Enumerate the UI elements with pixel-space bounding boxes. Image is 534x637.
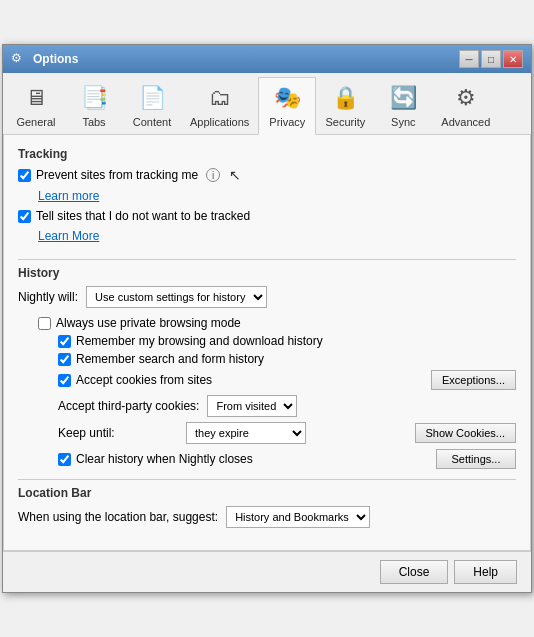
- info-icon[interactable]: i: [206, 168, 220, 182]
- accept-cookies-row: Accept cookies from sites Exceptions...: [58, 370, 516, 390]
- keep-until-dropdown[interactable]: they expire I close Firefox ask me every…: [186, 422, 306, 444]
- tab-content-label: Content: [133, 116, 172, 128]
- divider-1: [18, 259, 516, 260]
- tab-general[interactable]: 🖥 General: [7, 77, 65, 135]
- accept-cookies-checkbox[interactable]: [58, 374, 71, 387]
- history-title: History: [18, 266, 516, 280]
- title-bar: ⚙ Options ─ □ ✕: [3, 45, 531, 73]
- remember-search-label: Remember search and form history: [76, 352, 264, 366]
- suggest-dropdown[interactable]: History and Bookmarks History Bookmarks …: [226, 506, 370, 528]
- remember-browsing-label: Remember my browsing and download histor…: [76, 334, 323, 348]
- show-cookies-button[interactable]: Show Cookies...: [415, 423, 516, 443]
- prevent-tracking-label: Prevent sites from tracking me: [36, 168, 198, 182]
- keep-until-label: Keep until:: [58, 426, 178, 440]
- location-bar-title: Location Bar: [18, 486, 516, 500]
- remember-search-checkbox[interactable]: [58, 353, 71, 366]
- history-section: History Nightly will: Use custom setting…: [18, 266, 516, 469]
- tab-tabs[interactable]: 📑 Tabs: [65, 77, 123, 135]
- content-icon: 📄: [136, 82, 168, 114]
- tab-applications[interactable]: 🗂 Applications: [181, 77, 258, 135]
- window-icon: ⚙: [11, 51, 27, 67]
- tell-sites-label: Tell sites that I do not want to be trac…: [36, 209, 250, 223]
- third-party-inner: Accept third-party cookies: From visited…: [58, 395, 297, 417]
- tab-tabs-label: Tabs: [82, 116, 105, 128]
- suggest-label: When using the location bar, suggest:: [18, 510, 218, 524]
- nightly-will-label: Nightly will:: [18, 290, 78, 304]
- tab-advanced-label: Advanced: [441, 116, 490, 128]
- remember-search-row: Remember search and form history: [58, 352, 516, 366]
- accept-cookies-left: Accept cookies from sites: [58, 373, 212, 387]
- cursor-indicator: ↖: [229, 167, 241, 183]
- tab-general-label: General: [16, 116, 55, 128]
- private-browsing-row: Always use private browsing mode: [38, 316, 516, 330]
- divider-2: [18, 479, 516, 480]
- history-dropdown[interactable]: Use custom settings for history Remember…: [86, 286, 267, 308]
- keep-until-row: Keep until: they expire I close Firefox …: [18, 422, 516, 444]
- help-button[interactable]: Help: [454, 560, 517, 584]
- third-party-row: Accept third-party cookies: From visited…: [18, 395, 516, 417]
- tab-security-label: Security: [325, 116, 365, 128]
- tracking-title: Tracking: [18, 147, 516, 161]
- tell-sites-row: Tell sites that I do not want to be trac…: [18, 209, 516, 223]
- toolbar: 🖥 General 📑 Tabs 📄 Content 🗂 Application…: [3, 73, 531, 135]
- tab-sync-label: Sync: [391, 116, 415, 128]
- tab-advanced[interactable]: ⚙ Advanced: [432, 77, 499, 135]
- prevent-tracking-checkbox[interactable]: [18, 169, 31, 182]
- applications-icon: 🗂: [204, 82, 236, 114]
- general-icon: 🖥: [20, 82, 52, 114]
- third-party-label: Accept third-party cookies:: [58, 399, 199, 413]
- privacy-icon: 🎭: [271, 82, 303, 114]
- exceptions-button[interactable]: Exceptions...: [431, 370, 516, 390]
- third-party-dropdown[interactable]: From visited Always Never: [207, 395, 297, 417]
- tab-applications-label: Applications: [190, 116, 249, 128]
- clear-history-label: Clear history when Nightly closes: [76, 452, 253, 466]
- learn-more-link-2[interactable]: Learn More: [38, 229, 99, 243]
- title-buttons: ─ □ ✕: [459, 50, 523, 68]
- tell-sites-checkbox[interactable]: [18, 210, 31, 223]
- title-bar-left: ⚙ Options: [11, 51, 78, 67]
- window-title: Options: [33, 52, 78, 66]
- close-button[interactable]: Close: [380, 560, 449, 584]
- remember-browsing-row: Remember my browsing and download histor…: [58, 334, 516, 348]
- tab-privacy[interactable]: 🎭 Privacy: [258, 77, 316, 135]
- advanced-icon: ⚙: [450, 82, 482, 114]
- tracking-section: Tracking Prevent sites from tracking me …: [18, 147, 516, 249]
- history-dropdown-row: Nightly will: Use custom settings for hi…: [18, 286, 516, 308]
- learn-more-link-1[interactable]: Learn more: [38, 189, 99, 203]
- location-bar-section: Location Bar When using the location bar…: [18, 486, 516, 528]
- keep-until-inner: Keep until: they expire I close Firefox …: [58, 422, 306, 444]
- clear-history-row: Clear history when Nightly closes Settin…: [58, 449, 516, 469]
- location-suggest-row: When using the location bar, suggest: Hi…: [18, 506, 516, 528]
- tab-content[interactable]: 📄 Content: [123, 77, 181, 135]
- main-content: Tracking Prevent sites from tracking me …: [3, 135, 531, 551]
- footer: Close Help: [3, 551, 531, 592]
- maximize-button[interactable]: □: [481, 50, 501, 68]
- minimize-button[interactable]: ─: [459, 50, 479, 68]
- prevent-tracking-row: Prevent sites from tracking me i ↖: [18, 167, 516, 183]
- tab-security[interactable]: 🔒 Security: [316, 77, 374, 135]
- sync-icon: 🔄: [387, 82, 419, 114]
- options-window: ⚙ Options ─ □ ✕ 🖥 General 📑 Tabs 📄 Conte…: [2, 44, 532, 593]
- close-window-button[interactable]: ✕: [503, 50, 523, 68]
- accept-cookies-label: Accept cookies from sites: [76, 373, 212, 387]
- security-icon: 🔒: [329, 82, 361, 114]
- remember-browsing-checkbox[interactable]: [58, 335, 71, 348]
- private-browsing-label: Always use private browsing mode: [56, 316, 241, 330]
- settings-button[interactable]: Settings...: [436, 449, 516, 469]
- clear-history-checkbox[interactable]: [58, 453, 71, 466]
- tab-sync[interactable]: 🔄 Sync: [374, 77, 432, 135]
- private-browsing-checkbox[interactable]: [38, 317, 51, 330]
- clear-history-left: Clear history when Nightly closes: [58, 452, 253, 466]
- tabs-icon: 📑: [78, 82, 110, 114]
- tab-privacy-label: Privacy: [269, 116, 305, 128]
